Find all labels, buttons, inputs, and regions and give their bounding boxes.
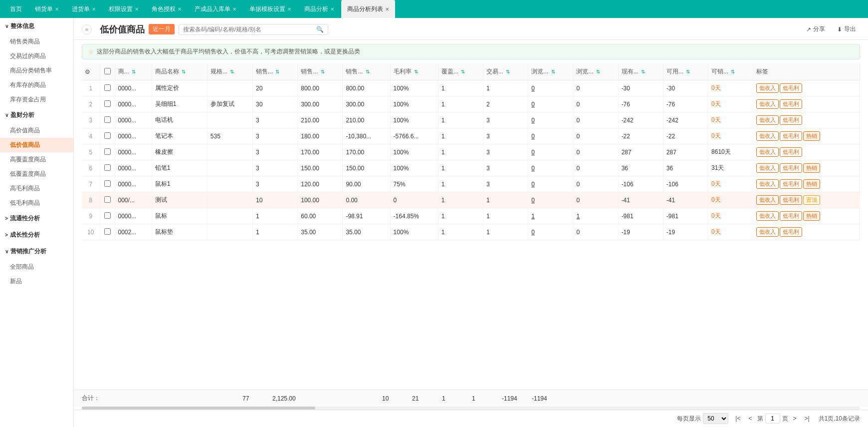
row-select-checkbox[interactable] (104, 132, 111, 139)
row-select-checkbox[interactable] (104, 164, 111, 171)
row-col7[interactable]: 0 (528, 192, 573, 208)
nav-product-analysis-close[interactable]: ✕ (330, 6, 334, 12)
nav-product-inbound[interactable]: 产成品入库单 ✕ (189, 0, 242, 18)
sidebar-item-inventory-funds[interactable]: 库存资金占用 (0, 92, 73, 107)
row-name[interactable]: 鼠标1 (152, 176, 207, 192)
sort-icon-code[interactable]: ⇅ (132, 69, 136, 74)
sort-icon-browse1[interactable]: ⇅ (551, 69, 555, 74)
search-input[interactable] (183, 26, 314, 33)
nav-product-inbound-close[interactable]: ✕ (232, 6, 236, 12)
browse-link[interactable]: 0 (531, 101, 535, 108)
sidebar-item-low-coverage[interactable]: 低覆盖度商品 (0, 167, 73, 181)
row-name[interactable]: 笔记本 (152, 128, 207, 144)
sidebar-item-sales-goods[interactable]: 销售类商品 (0, 34, 73, 49)
row-name[interactable]: 电话机 (152, 112, 207, 128)
row-name[interactable]: 属性定价 (152, 80, 207, 96)
browse-link[interactable]: 0 (531, 133, 535, 140)
row-name[interactable]: 测试 (152, 192, 207, 208)
row-col7[interactable]: 1 (528, 208, 573, 224)
sort-icon-spec[interactable]: ⇅ (230, 69, 234, 74)
nav-sales-order[interactable]: 销货单 ✕ (29, 0, 65, 18)
sidebar-item-category-sales-rate[interactable]: 商品分类销售率 (0, 63, 73, 78)
nav-product-analysis[interactable]: 商品分析 ✕ (298, 0, 340, 18)
row-col7[interactable]: 0 (528, 112, 573, 128)
sidebar-group-profit[interactable]: ∨ 盈财分析 (0, 107, 73, 123)
browse-link[interactable]: 0 (531, 165, 535, 172)
row-name[interactable]: 橡皮擦 (152, 144, 207, 160)
sidebar-item-all-goods[interactable]: 全部商品 (0, 260, 73, 274)
row-col7[interactable]: 0 (528, 176, 573, 192)
row-col7[interactable]: 0 (528, 80, 573, 96)
nav-role-auth[interactable]: 角色授权 ✕ (146, 0, 188, 18)
sidebar-item-stock-goods[interactable]: 有库存的商品 (0, 78, 73, 92)
row-name[interactable]: 鼠标垫 (152, 224, 207, 240)
sort-icon-margin[interactable]: ⇅ (414, 69, 418, 74)
row-col7[interactable]: 0 (528, 128, 573, 144)
per-page-select[interactable]: 50 100 200 (703, 413, 728, 424)
nav-permission[interactable]: 权限设置 ✕ (103, 0, 145, 18)
sidebar-item-high-value[interactable]: 高价值商品 (0, 123, 73, 138)
browse-link[interactable]: 0 (531, 197, 535, 204)
browse-link[interactable]: 0 (531, 149, 535, 156)
collapse-sidebar-button[interactable]: « (82, 24, 92, 34)
first-page-button[interactable]: |< (732, 414, 743, 423)
row-select-checkbox[interactable] (104, 148, 111, 155)
nav-role-auth-close[interactable]: ✕ (178, 6, 182, 12)
sidebar-group-growth[interactable]: > 成长性分析 (0, 227, 73, 243)
nav-purchase-order[interactable]: 进货单 ✕ (66, 0, 102, 18)
sort-icon-sales3[interactable]: ⇅ (366, 69, 370, 74)
sort-icon-name[interactable]: ⇅ (182, 69, 186, 74)
sidebar-item-high-coverage[interactable]: 高覆盖度商品 (0, 152, 73, 167)
sort-icon-trade[interactable]: ⇅ (506, 69, 510, 74)
sidebar-item-high-margin[interactable]: 高毛利商品 (0, 181, 73, 196)
row-select-checkbox[interactable] (104, 180, 111, 187)
sort-icon-browse2[interactable]: ⇅ (596, 69, 600, 74)
row-select-checkbox[interactable] (104, 212, 111, 219)
row-select-checkbox[interactable] (104, 116, 111, 123)
nav-product-analysis-list[interactable]: 商品分析列表 ✕ (341, 0, 395, 18)
row-col7[interactable]: 0 (528, 224, 573, 240)
page-input[interactable] (765, 414, 780, 424)
nav-purchase-order-close[interactable]: ✕ (92, 6, 96, 12)
browse-link[interactable]: 0 (531, 229, 535, 236)
select-all-checkbox[interactable] (104, 68, 111, 74)
sidebar-group-marketing[interactable]: ∨ 营销推广分析 (0, 243, 73, 260)
row-select-checkbox[interactable] (104, 100, 111, 107)
search-icon[interactable]: 🔍 (316, 26, 324, 33)
prev-page-button[interactable]: < (745, 414, 755, 423)
nav-permission-close[interactable]: ✕ (135, 6, 139, 12)
sidebar-item-new-goods[interactable]: 新品 (0, 274, 73, 289)
browse-link[interactable]: 0 (531, 181, 535, 188)
nav-sales-order-close[interactable]: ✕ (55, 6, 59, 12)
filter-tag[interactable]: 近一月 (149, 24, 175, 34)
settings-icon[interactable]: ⚙ (85, 68, 90, 75)
nav-template-settings-close[interactable]: ✕ (287, 6, 291, 12)
row-name[interactable]: 鼠标 (152, 208, 207, 224)
browse-link2[interactable]: 1 (576, 213, 580, 220)
last-page-button[interactable]: >| (802, 414, 813, 423)
browse-link[interactable]: 0 (531, 85, 535, 92)
row-col7[interactable]: 0 (528, 96, 573, 112)
browse-link[interactable]: 1 (531, 213, 535, 220)
sidebar-item-traded-goods[interactable]: 交易过的商品 (0, 49, 73, 63)
browse-link[interactable]: 0 (531, 117, 535, 124)
row-select-checkbox[interactable] (104, 228, 111, 235)
sort-icon-sellable[interactable]: ⇅ (731, 69, 735, 74)
nav-template-settings[interactable]: 单据模板设置 ✕ (243, 0, 297, 18)
share-button[interactable]: ↗ 分享 (802, 23, 829, 35)
sidebar-group-liquidity[interactable]: > 流通性分析 (0, 210, 73, 227)
sidebar-item-low-margin[interactable]: 低毛利商品 (0, 196, 73, 210)
sort-icon-available[interactable]: ⇅ (686, 69, 690, 74)
export-button[interactable]: ⬇ 导出 (833, 23, 860, 35)
row-col7[interactable]: 0 (528, 144, 573, 160)
sort-icon-coverage[interactable]: ⇅ (461, 69, 465, 74)
sidebar-item-low-value[interactable]: 低价值商品 (0, 138, 73, 152)
sort-icon-sales1[interactable]: ⇅ (275, 69, 279, 74)
sort-icon-sales2[interactable]: ⇅ (321, 69, 325, 74)
next-page-button[interactable]: > (790, 414, 800, 423)
row-name[interactable]: 铅笔1 (152, 160, 207, 176)
row-select-checkbox[interactable] (104, 196, 111, 203)
row-select-checkbox[interactable] (104, 84, 111, 91)
nav-product-analysis-list-close[interactable]: ✕ (385, 6, 389, 12)
nav-home[interactable]: 首页 (4, 0, 28, 18)
